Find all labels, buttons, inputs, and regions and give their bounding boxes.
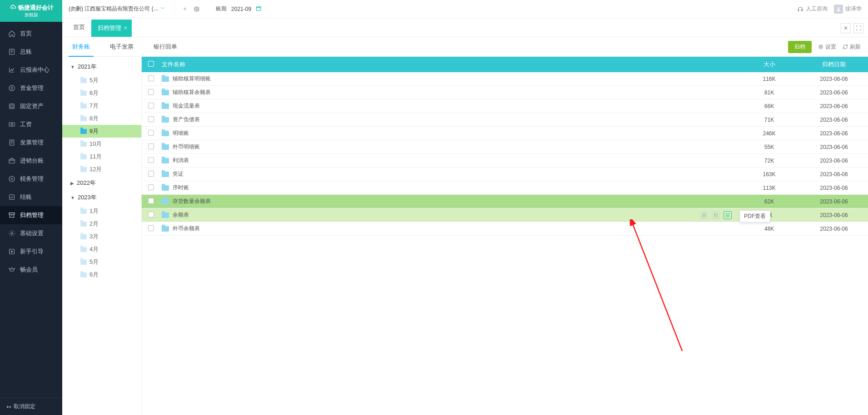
row-checkbox[interactable] — [148, 130, 154, 136]
view-pdf-icon[interactable] — [724, 211, 732, 219]
file-date: 2023-06-06 — [800, 212, 868, 218]
file-date: 2023-06-06 — [800, 117, 868, 123]
svg-point-10 — [11, 232, 13, 234]
sidebar-item-chart[interactable]: 云报表中心 — [0, 61, 62, 79]
tab-home[interactable]: 首页 — [67, 19, 91, 37]
subtab-2[interactable]: 银行回单 — [144, 37, 187, 56]
table-row[interactable]: 辅助核算明细账116K2023-06-06 — [142, 72, 868, 86]
sidebar-item-tax[interactable]: 税务管理 — [0, 170, 62, 188]
row-checkbox[interactable] — [148, 225, 154, 231]
close-icon[interactable]: × — [124, 25, 127, 31]
sidebar-item-vip[interactable]: 畅会员 — [0, 261, 62, 279]
sidebar-item-stock[interactable]: 进销台账 — [0, 152, 62, 170]
table-row[interactable]: 资产负债表71K2023-06-06 — [142, 113, 868, 127]
archive-button[interactable]: 归档 — [788, 41, 812, 53]
sidebar-item-setting[interactable]: 基础设置 — [0, 224, 62, 242]
tree-month[interactable]: 6月 — [62, 87, 141, 99]
support-link[interactable]: 人工咨询 — [797, 5, 828, 13]
sidebar-item-home[interactable]: 首页 — [0, 25, 62, 43]
tree-month[interactable]: 8月 — [62, 112, 141, 125]
tree-month[interactable]: 10月 — [62, 138, 141, 150]
file-date: 2023-06-06 — [800, 226, 868, 232]
tree-month[interactable]: 3月 — [62, 230, 141, 243]
tree-month[interactable]: 5月 — [62, 256, 141, 268]
table-row[interactable]: 辅助核算余额表81K2023-06-06 — [142, 86, 868, 99]
company-settings-icon[interactable] — [193, 5, 200, 13]
sidebar-item-label: 税务管理 — [20, 175, 44, 183]
settings-button[interactable]: 设置 — [818, 43, 836, 51]
tree-month[interactable]: 6月 — [62, 268, 141, 281]
subtab-1[interactable]: 电子发票 — [100, 37, 144, 56]
table-row[interactable]: 序时账113K2023-06-06 — [142, 181, 868, 195]
svg-point-12 — [196, 8, 198, 10]
refresh-button[interactable]: 刷新 — [843, 43, 861, 51]
tree-month[interactable]: 1月 — [62, 205, 141, 217]
sidebar-item-archive[interactable]: 归档管理 — [0, 206, 62, 224]
window-expand-icon[interactable]: ⛶ — [853, 23, 863, 33]
window-close-icon[interactable]: ✕ — [841, 23, 851, 33]
file-size: 246K — [739, 130, 800, 137]
sidebar-item-asset[interactable]: 固定资产 — [0, 97, 62, 115]
table-row[interactable]: 凭证163K2023-06-06 — [142, 168, 868, 181]
sidebar-item-close[interactable]: 结账 — [0, 188, 62, 206]
sidebar-item-label: 资金管理 — [20, 84, 44, 92]
row-checkbox[interactable] — [148, 143, 154, 149]
svg-rect-0 — [10, 49, 15, 54]
tree-month[interactable]: 4月 — [62, 243, 141, 256]
tree-month[interactable]: 5月 — [62, 74, 141, 87]
calendar-icon[interactable] — [256, 5, 262, 13]
file-name: 外币明细账 — [173, 143, 200, 151]
row-checkbox[interactable] — [148, 75, 154, 81]
user-menu[interactable]: 徐泽华 — [834, 5, 862, 14]
file-name: 余额表 — [173, 211, 189, 219]
svg-rect-13 — [257, 6, 261, 10]
sidebar-item-label: 总账 — [20, 48, 32, 56]
tree-month[interactable]: 9月 — [62, 125, 141, 138]
file-table: 文件名称 大小 归档日期 辅助核算明细账116K2023-06-06辅助核算余额… — [142, 57, 868, 415]
file-date: 2023-06-06 — [800, 144, 868, 150]
table-row[interactable]: 外币明细账55K2023-06-06 — [142, 140, 868, 154]
sidebar-item-guide[interactable]: 新手引导 — [0, 242, 62, 261]
table-row[interactable]: 存货数量余额表62K2023-06-06 — [142, 195, 868, 208]
home-icon — [8, 30, 15, 37]
tree-year[interactable]: ▼2023年 — [62, 190, 141, 205]
sidebar-item-ledger[interactable]: 总账 — [0, 43, 62, 61]
row-checkbox[interactable] — [148, 198, 154, 204]
sidebar-item-invoice[interactable]: 发票管理 — [0, 133, 62, 152]
table-row[interactable]: 现金流量表66K2023-06-06 — [142, 99, 868, 113]
table-row[interactable]: 外币余额表48K2023-06-06 — [142, 222, 868, 236]
tree-year[interactable]: ▶2022年 — [62, 176, 141, 190]
file-size: 81K — [739, 89, 800, 96]
sidebar-item-label: 首页 — [20, 30, 32, 38]
export-excel-icon[interactable] — [700, 211, 708, 219]
tab-archive[interactable]: 归档管理 × — [91, 20, 132, 37]
row-checkbox[interactable] — [148, 116, 154, 122]
row-checkbox[interactable] — [148, 212, 154, 217]
row-checkbox[interactable] — [148, 157, 154, 163]
period-value[interactable]: 2021-09 — [231, 6, 251, 12]
row-checkbox[interactable] — [148, 171, 154, 177]
file-name: 资产负债表 — [173, 116, 200, 124]
tree-month[interactable]: 2月 — [62, 217, 141, 230]
sidebar-item-salary[interactable]: 工资 — [0, 115, 62, 133]
headset-icon — [797, 6, 804, 12]
table-row[interactable]: 利润表72K2023-06-06 — [142, 154, 868, 168]
table-row[interactable]: 明细账246K2023-06-06 — [142, 127, 868, 140]
row-checkbox[interactable] — [148, 103, 154, 109]
subtab-0[interactable]: 财务账 — [62, 37, 100, 56]
tree-year[interactable]: ▼2021年 — [62, 59, 141, 74]
row-checkbox[interactable] — [148, 89, 154, 95]
tree-month[interactable]: 12月 — [62, 163, 141, 176]
salary-icon — [8, 121, 15, 128]
company-selector[interactable]: (勿删) 江西服宝精品有限责任公司 (… ﹀ — [69, 5, 166, 13]
export-pdf-icon[interactable] — [712, 211, 720, 219]
select-all-checkbox[interactable] — [148, 61, 154, 67]
unpin-sidebar[interactable]: ↤ 取消固定 — [0, 398, 62, 415]
tree-month[interactable]: 7月 — [62, 99, 141, 112]
folder-icon — [162, 131, 169, 136]
tree-month[interactable]: 11月 — [62, 150, 141, 163]
table-row[interactable]: 余额表3K2023-06-06PDF查看 — [142, 208, 868, 222]
add-button[interactable]: ＋ — [181, 5, 188, 13]
row-checkbox[interactable] — [148, 184, 154, 190]
sidebar-item-money[interactable]: 资金管理 — [0, 79, 62, 97]
